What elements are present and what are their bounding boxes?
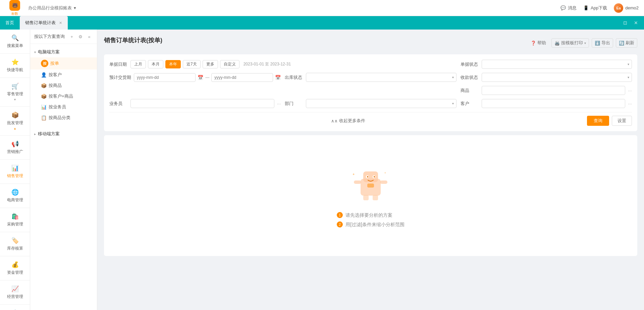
filter-row-3: 商品 ···	[109, 86, 632, 95]
goods-scheme-icon: 📦	[41, 83, 47, 88]
svg-rect-10	[373, 195, 378, 200]
left-panel-actions: + ⚙ «	[68, 33, 93, 40]
sidebar-item-wholesale[interactable]: 📦 批发管理 ▴	[0, 107, 30, 136]
tab-sales-stat-label: 销售订单统计表	[25, 20, 56, 26]
date-filter-field: 单据日期 上月 本月 本年 近7天 更多 自定义 2023-01-01 至 20…	[109, 60, 457, 68]
dept-field: 部门 ▾	[285, 99, 456, 108]
print-label: 按模板打印	[561, 40, 583, 46]
sidebar-item-sales[interactable]: 📊 销售管理	[0, 160, 30, 184]
expected-date-end-input[interactable]	[211, 73, 273, 82]
tab-home[interactable]: 首页	[0, 16, 20, 30]
help-label: 帮助	[537, 40, 546, 46]
dept-select[interactable]	[306, 99, 456, 108]
goods-dots[interactable]: ···	[628, 88, 632, 93]
sidebar-item-retail[interactable]: 🛒 零售管理 ▾	[0, 78, 30, 107]
sidebar-item-label: 库存核算	[0, 246, 30, 251]
date-btn-this-month[interactable]: 本月	[148, 60, 163, 68]
window-restore-button[interactable]: ⊡	[621, 19, 629, 27]
calendar-end-icon[interactable]: 📅	[275, 75, 281, 80]
refresh-button[interactable]: 🔄 刷新	[616, 38, 637, 48]
tree-parent-desktop[interactable]: ▾ 电脑端方案	[30, 47, 97, 57]
calendar-start-icon[interactable]: 📅	[198, 75, 203, 80]
print-button[interactable]: 🖨️ 按模板打印 ▾	[551, 38, 589, 48]
sidebar-item-search-menu[interactable]: 🔍 搜索菜单	[0, 30, 30, 54]
app-title[interactable]: 办公用品行业模拟账表 ▾	[28, 5, 76, 11]
tab-home-label: 首页	[5, 20, 14, 26]
add-scheme-button[interactable]: +	[68, 33, 75, 40]
tree-child-by-salesperson[interactable]: 📊 按业务员	[30, 102, 97, 112]
tree-child-by-category[interactable]: 📋 按商品分类	[30, 112, 97, 123]
tree-child-by-cust-goods[interactable]: 📦 按客户+商品	[30, 91, 97, 102]
window-close-button[interactable]: ✕	[632, 19, 640, 27]
salesperson-input[interactable]	[130, 99, 274, 108]
user-action[interactable]: Ea demo2	[614, 3, 639, 13]
order-status-select[interactable]	[482, 60, 632, 69]
tree-child-label: 按客户+商品	[49, 93, 73, 99]
salesperson-dots[interactable]: ···	[277, 101, 281, 106]
ship-status-select[interactable]	[306, 73, 456, 82]
sidebar-item-label: 资金管理	[0, 270, 30, 275]
date-btn-last-month[interactable]: 上月	[130, 60, 146, 68]
tree-parent-mobile[interactable]: ▸ 移动端方案	[30, 128, 97, 139]
goods-input[interactable]	[482, 86, 626, 95]
cust-goods-scheme-icon: 📦	[41, 94, 47, 99]
user-initials: Ea	[616, 6, 621, 10]
refresh-label: 刷新	[626, 40, 634, 46]
collapse-button[interactable]: ∧∧ 收起更多条件	[109, 118, 587, 124]
marketing-icon: 📢	[0, 140, 30, 148]
salesperson-field: 业务员 ···	[109, 99, 281, 108]
tree-parent-label: 电脑端方案	[38, 49, 60, 55]
tab-close-icon[interactable]: ✕	[59, 21, 62, 25]
app-download-action[interactable]: 📱 App下载	[583, 5, 607, 11]
expected-date-field: 预计交货期 📅 — 📅	[109, 73, 281, 82]
tree-child-by-customer[interactable]: 👤 按客户	[30, 69, 97, 80]
sidebar-item-ops[interactable]: 📈 经营管理	[0, 280, 30, 305]
active-badge: 按	[41, 60, 48, 67]
sidebar-item-finance[interactable]: 💰 资金管理	[0, 256, 30, 280]
tree-child-label: 按客户	[49, 72, 62, 78]
payment-status-select-wrapper: ▾	[482, 73, 632, 82]
search-menu-icon: 🔍	[0, 34, 30, 42]
message-action[interactable]: 💬 消息	[560, 5, 577, 11]
export-button[interactable]: ⬇️ 导出	[592, 38, 613, 48]
customer-input[interactable]	[482, 99, 626, 108]
date-separator: —	[205, 75, 209, 80]
sidebar-item-marketing[interactable]: 📢 营销推广	[0, 136, 30, 160]
svg-rect-7	[354, 180, 361, 184]
sidebar-item-inventory[interactable]: 🏷️ 库存核算	[0, 232, 30, 256]
sidebar-item-quick-nav[interactable]: ⭐ 快捷导航	[0, 54, 30, 78]
collapse-icon: ∧∧	[331, 118, 338, 123]
sidebar-item-basic[interactable]: 📋 基础信息	[0, 305, 30, 310]
svg-text:✦: ✦	[352, 172, 355, 176]
tab-sales-stat[interactable]: 销售订单统计表 ✕	[20, 16, 68, 30]
tree-child-by-order[interactable]: 按 按单	[30, 57, 97, 69]
date-btn-more[interactable]: 更多	[203, 60, 218, 68]
date-btn-custom[interactable]: 自定义	[220, 60, 239, 68]
collapse-label: 收起更多条件	[339, 118, 365, 124]
expected-date-range: 📅 — 📅	[134, 73, 281, 82]
tree-child-by-goods[interactable]: 📦 按商品	[30, 80, 97, 91]
tree-child-label: 按业务员	[49, 104, 66, 110]
date-btn-7days[interactable]: 近7天	[183, 60, 201, 68]
date-range-text: 2023-01-01 至 2023-12-31	[244, 61, 291, 67]
query-button[interactable]: 查询	[587, 116, 609, 126]
tab-right-actions: ⊡ ✕	[621, 19, 644, 27]
topbar-right: 💬 消息 📱 App下载 Ea demo2	[560, 3, 639, 13]
settings-button[interactable]: 设置	[612, 116, 632, 126]
empty-illustration: ✦ ✦	[351, 162, 391, 202]
payment-status-select[interactable]	[482, 73, 632, 82]
sidebar-item-purchase[interactable]: 🛍️ 采购管理	[0, 208, 30, 232]
date-shortcuts: 上月 本月 本年 近7天 更多 自定义	[130, 60, 239, 68]
collapse-panel-button[interactable]: «	[86, 33, 93, 40]
scheme-settings-button[interactable]: ⚙	[77, 33, 84, 40]
ship-status-field: 出库状态 ▾	[285, 73, 456, 82]
filter-row-2: 预计交货期 📅 — 📅 出库状态	[109, 73, 632, 82]
main-layout: 🔍 搜索菜单 ⭐ 快捷导航 🛒 零售管理 ▾ 📦 批发管理 ▴ 📢 营销推广 📊…	[0, 30, 644, 310]
date-btn-this-year[interactable]: 本年	[165, 60, 181, 68]
salesperson-scheme-icon: 📊	[41, 104, 47, 110]
customer-dots[interactable]: ···	[628, 101, 632, 106]
help-button[interactable]: ❓ 帮助	[528, 39, 549, 47]
topbar: 🐻 标数 办公用品行业模拟账表 ▾ 💬 消息 📱 App下载 Ea demo2	[0, 0, 644, 16]
sidebar-item-ecom[interactable]: 🌐 电商管理	[0, 184, 30, 208]
expected-date-start-input[interactable]	[134, 73, 196, 82]
